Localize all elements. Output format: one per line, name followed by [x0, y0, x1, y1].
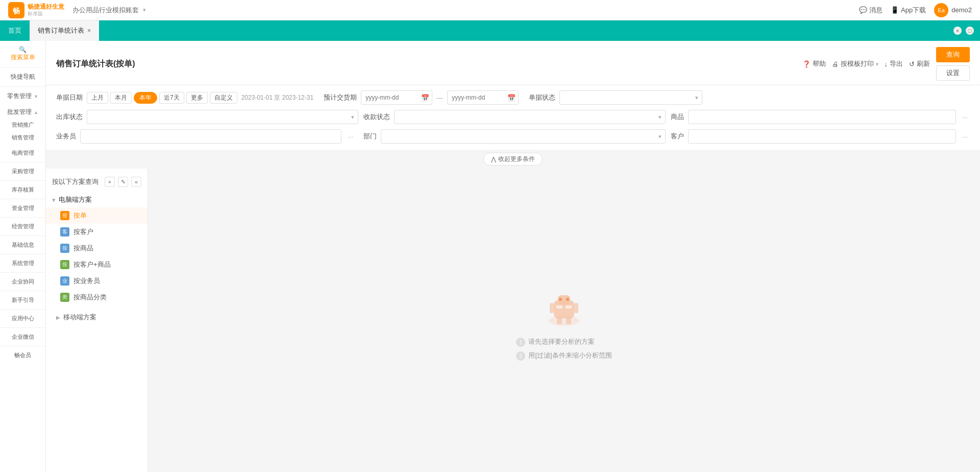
- app-download-button[interactable]: 📱 App下载: [891, 6, 926, 15]
- salesperson-label: 业务员: [56, 132, 76, 141]
- scheme-edit-button[interactable]: ✎: [118, 177, 128, 187]
- window-close-button[interactable]: ×: [953, 27, 962, 35]
- tab-home[interactable]: 首页: [0, 20, 30, 41]
- sidebar-item-ecommerce[interactable]: 电商管理: [0, 144, 45, 162]
- collapse-button[interactable]: ⋀ 收起更多条件: [483, 153, 543, 166]
- sidebar-item-system[interactable]: 系统管理: [0, 254, 45, 273]
- payment-select[interactable]: [394, 110, 666, 124]
- scheme-icon-by-goods: 按: [60, 244, 69, 253]
- avatar: Ea: [934, 3, 948, 17]
- scheme-section-mobile-header[interactable]: ▶ 移动端方案: [46, 310, 148, 325]
- svg-rect-7: [556, 305, 562, 309]
- print-icon: 🖨: [832, 60, 839, 68]
- top-bar-left: 畅 畅捷通好生意 标准版 办公用品行业模拟账套 ▾: [8, 2, 146, 18]
- sidebar-item-finance[interactable]: 资金管理: [0, 199, 45, 218]
- date-btn-this-year[interactable]: 本年: [134, 92, 157, 104]
- date-range-display: 2023-01-01 至 2023-12-31: [241, 93, 313, 102]
- sidebar-item-appstore[interactable]: 应用中心: [0, 310, 45, 328]
- settings-button[interactable]: 设置: [936, 65, 970, 81]
- section-mobile-label: 移动端方案: [63, 313, 96, 322]
- data-area: 1 请先选择要分析的方案 2 用[过滤]条件来缩小分析范围: [148, 169, 980, 472]
- scheme-label-by-category: 按商品分类: [74, 293, 107, 302]
- salesperson-dots-button[interactable]: ···: [346, 133, 355, 140]
- goods-label: 商品: [671, 112, 684, 122]
- goods-input[interactable]: [688, 110, 956, 124]
- message-button[interactable]: 💬 消息: [859, 6, 883, 15]
- salesperson-input[interactable]: [80, 129, 341, 144]
- scheme-collapse-button[interactable]: «: [131, 177, 141, 187]
- sidebar-item-retail[interactable]: 零售管理 ▼: [0, 87, 45, 103]
- scheme-add-button[interactable]: +: [105, 177, 115, 187]
- date-btn-7days[interactable]: 近7天: [159, 92, 184, 104]
- avatar-text: Ea: [938, 7, 945, 13]
- scheme-item-by-goods[interactable]: 按 按商品: [46, 240, 148, 256]
- section-pc-label: 电脑端方案: [59, 195, 92, 204]
- filter-salesperson-group: 业务员 ···: [56, 129, 355, 144]
- goods-dots-button[interactable]: ···: [960, 113, 970, 121]
- sidebar-item-purchase[interactable]: 采购管理: [0, 162, 45, 181]
- date-btn-more[interactable]: 更多: [186, 92, 208, 104]
- filter-section: 单据日期 上月 本月 本年 近7天 更多 自定义 2023-01-01 至 20…: [46, 85, 980, 150]
- date-quick-btns: 上月 本月 本年 近7天 更多 自定义: [87, 92, 237, 104]
- export-button[interactable]: ↓ 导出: [885, 59, 903, 68]
- sidebar-item-newbie[interactable]: 新手引导: [0, 291, 45, 310]
- sidebar-item-inventory[interactable]: 库存核算: [0, 181, 45, 199]
- refresh-button[interactable]: ↺ 刷新: [909, 59, 930, 68]
- retail-arrow: ▼: [34, 94, 38, 99]
- status-label: 单据状态: [529, 93, 555, 102]
- shipment-select[interactable]: [87, 110, 358, 124]
- scheme-item-by-customer[interactable]: 客 按客户: [46, 224, 148, 240]
- tab-sales-order-stats[interactable]: 销售订单统计表 ×: [30, 20, 99, 41]
- help-button[interactable]: ❓ 帮助: [802, 59, 826, 68]
- sidebar-item-quicknav[interactable]: 快捷导航: [0, 67, 45, 87]
- date-btn-this-month[interactable]: 本月: [110, 92, 132, 104]
- main-layout: 🔍 搜索菜单 快捷导航 零售管理 ▼ 批发管理 ▲ 营销推广 销售管理 电: [0, 41, 980, 472]
- date-btn-last-month[interactable]: 上月: [87, 92, 108, 104]
- status-select[interactable]: [559, 90, 702, 105]
- scheme-item-by-category[interactable]: 类 按商品分类: [46, 289, 148, 305]
- download-icon: 📱: [891, 6, 899, 14]
- query-button[interactable]: 查询: [936, 47, 970, 62]
- window-maximize-button[interactable]: □: [966, 27, 974, 35]
- department-select-wrapper: [381, 129, 666, 144]
- payment-select-wrapper: [394, 110, 666, 124]
- sidebar-sub-sales[interactable]: 销售管理: [0, 131, 45, 144]
- scheme-item-by-order[interactable]: 按 按单: [46, 207, 148, 224]
- customer-dots-button[interactable]: ···: [960, 133, 970, 140]
- filter-date-group: 单据日期 上月 本月 本年 近7天 更多 自定义 2023-01-01 至 20…: [56, 92, 313, 104]
- date-btn-custom[interactable]: 自定义: [210, 92, 237, 104]
- date-filter-label: 单据日期: [56, 93, 83, 102]
- svg-rect-9: [550, 303, 554, 313]
- sidebar-search[interactable]: 🔍 搜索菜单: [0, 41, 45, 67]
- sidebar-sub-marketing[interactable]: 营销推广: [0, 119, 45, 131]
- sidebar: 🔍 搜索菜单 快捷导航 零售管理 ▼ 批发管理 ▲ 营销推广 销售管理 电: [0, 41, 46, 472]
- expected-date-end[interactable]: [447, 90, 519, 105]
- user-name: demo2: [951, 6, 972, 14]
- department-select[interactable]: [381, 129, 666, 144]
- sidebar-item-operations[interactable]: 经营管理: [0, 218, 45, 236]
- breadcrumb-arrow[interactable]: ▾: [143, 7, 146, 13]
- scheme-panel: 按以下方案查询 + ✎ « ▾ 电脑端方案: [46, 169, 148, 472]
- customer-input[interactable]: [688, 129, 956, 144]
- sidebar-item-wholesale[interactable]: 批发管理 ▲: [0, 103, 45, 119]
- status-select-wrapper: [559, 90, 702, 105]
- tab-close-button[interactable]: ×: [87, 27, 91, 34]
- search-icon: 🔍: [4, 46, 41, 53]
- sidebar-item-collab[interactable]: 企业协同: [0, 273, 45, 291]
- department-label: 部门: [363, 132, 377, 141]
- user-area[interactable]: Ea demo2: [934, 3, 972, 17]
- scheme-icon-by-order: 按: [60, 211, 69, 220]
- collapse-label: 收起更多条件: [498, 155, 535, 163]
- sidebar-item-vip[interactable]: 畅会员: [0, 346, 45, 364]
- scheme-section-pc-header[interactable]: ▾ 电脑端方案: [46, 192, 148, 207]
- logo-icon: 畅: [8, 2, 24, 18]
- print-button[interactable]: 🖨 按模板打印 ▾: [832, 59, 878, 68]
- expected-date-start[interactable]: [361, 90, 432, 105]
- sidebar-item-basic[interactable]: 基础信息: [0, 236, 45, 254]
- page-title: 销售订单统计表(按单): [56, 59, 135, 69]
- sidebar-item-wechat[interactable]: 企业微信: [0, 328, 45, 346]
- quicknav-label: 快捷导航: [11, 73, 35, 80]
- app-download-label: App下载: [901, 6, 926, 15]
- scheme-item-by-salesperson[interactable]: 业 按业务员: [46, 273, 148, 289]
- scheme-item-by-customer-goods[interactable]: 按 按客户+商品: [46, 256, 148, 273]
